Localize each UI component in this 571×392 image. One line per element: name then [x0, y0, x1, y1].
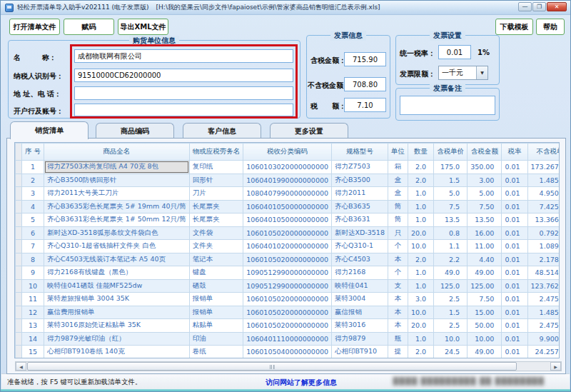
table-cell[interactable]: 筒	[388, 200, 408, 213]
table-cell[interactable]: 6	[22, 226, 44, 240]
table-cell[interactable]: 齐心B3635彩色长尾票夹 5# 19mm 40只/筒	[44, 200, 190, 213]
table-cell[interactable]: 2.0	[408, 161, 433, 174]
row-selector[interactable]	[16, 187, 22, 201]
table-cell[interactable]: 齐心C4503无线装订本笔记本 A5 40页	[44, 253, 190, 266]
table-row[interactable]: 11莱特差旅报销单 3004 35K报销单1060105020000000000…	[16, 293, 560, 306]
table-cell[interactable]: 报销单	[189, 293, 243, 306]
table-cell[interactable]: 0.8	[434, 226, 468, 240]
table-cell[interactable]: 1060105020000000000	[243, 293, 332, 306]
table-cell[interactable]: 1.0	[408, 213, 433, 227]
table-cell[interactable]: 7.5	[434, 200, 468, 213]
tab-sales-list[interactable]: 销货清单	[10, 121, 89, 139]
table-cell[interactable]: 10.0	[408, 240, 433, 253]
table-cell[interactable]: 赢信报销	[332, 306, 388, 319]
table-cell[interactable]: 7.50	[468, 293, 502, 306]
table-cell[interactable]: 1060401990000000000	[243, 174, 332, 187]
table-cell[interactable]: 0.01	[502, 253, 527, 266]
table-cell[interactable]: 0.792079	[527, 226, 560, 240]
table-cell[interactable]: 1090512990000000000	[243, 279, 332, 293]
table-cell[interactable]: 10	[22, 279, 44, 293]
table-cell[interactable]: 5.0	[434, 187, 468, 201]
address-phone-input[interactable]	[74, 86, 293, 100]
table-cell[interactable]: 得力2168	[332, 266, 388, 280]
table-cell[interactable]: 得力2011	[332, 187, 388, 201]
table-cell[interactable]: 173.267327	[527, 161, 560, 174]
website-link[interactable]: 访问网站了解更多信息	[237, 378, 365, 388]
table-cell[interactable]: 筒	[388, 213, 408, 227]
column-header[interactable]: 商品全名	[44, 144, 190, 161]
table-cell[interactable]: 1.0	[408, 266, 433, 280]
table-cell[interactable]: 本	[388, 319, 408, 333]
table-cell[interactable]: 1	[22, 161, 44, 174]
table-cell[interactable]: 0.01	[502, 332, 527, 346]
table-cell[interactable]: 1.0	[408, 279, 433, 293]
scroll-right-icon[interactable]: ▶	[550, 362, 561, 371]
row-selector[interactable]	[16, 174, 22, 187]
table-cell[interactable]: 莱特差旅报销单 3004 35K	[44, 293, 190, 306]
table-cell[interactable]: 10.0	[434, 332, 468, 346]
table-cell[interactable]: 齐心B3631	[332, 213, 388, 227]
help-button[interactable]: 帮助	[536, 19, 565, 35]
row-selector-header[interactable]	[16, 144, 22, 161]
table-cell[interactable]: 12	[22, 306, 44, 319]
table-cell[interactable]: 11.00	[468, 240, 502, 253]
row-selector[interactable]	[16, 293, 22, 306]
table-cell[interactable]: 1060105020000000000	[243, 253, 332, 266]
table-cell[interactable]: 2.0	[408, 253, 433, 266]
close-button[interactable]: ✕	[547, 2, 567, 11]
table-cell[interactable]: 长尾票夹	[189, 213, 243, 227]
table-cell[interactable]: 2.0	[408, 174, 433, 187]
table-cell[interactable]: 1060105020000000000	[243, 226, 332, 240]
table-cell[interactable]: 10.0	[408, 306, 433, 319]
invoice-limit-select[interactable]: 一千元 ▼	[438, 66, 488, 80]
name-input[interactable]	[74, 49, 293, 63]
scrollbar-thumb[interactable]	[27, 362, 517, 371]
table-cell[interactable]: 印油	[189, 332, 243, 346]
table-cell[interactable]: 8	[22, 253, 44, 266]
table-cell[interactable]: 得力Z7503	[332, 161, 388, 174]
column-header[interactable]: 含税单价	[434, 144, 468, 161]
table-cell[interactable]: 齐心C4503	[332, 253, 388, 266]
table-cell[interactable]: 齐心B3500	[332, 174, 388, 187]
download-template-button[interactable]: 下载模板	[495, 19, 533, 35]
table-cell[interactable]: 0.01	[502, 306, 527, 319]
tax-included-input[interactable]	[344, 52, 386, 66]
table-cell[interactable]: 13.50	[468, 213, 502, 227]
column-header[interactable]: 税收分类编码	[243, 144, 332, 161]
table-cell[interactable]: 文件夹	[189, 240, 243, 253]
table-cell[interactable]: 本	[388, 306, 408, 319]
table-cell[interactable]: 莱特3016原始凭证粘贴单 35K	[44, 319, 190, 333]
table-cell[interactable]: 13	[22, 319, 44, 333]
table-cell[interactable]: 心相印BT910	[332, 346, 388, 359]
table-cell[interactable]: 回形针	[189, 174, 243, 187]
table-cell[interactable]: 4.950495	[527, 187, 560, 201]
open-list-file-button[interactable]: 打开清单文件	[9, 19, 60, 35]
table-cell[interactable]: 20.0	[408, 319, 433, 333]
table-cell[interactable]: 2.5	[434, 293, 468, 306]
table-cell[interactable]: 1.0	[408, 332, 433, 346]
table-cell[interactable]: 0.01	[502, 293, 527, 306]
table-cell[interactable]: 支	[388, 279, 408, 293]
assign-code-button[interactable]: 赋码	[64, 19, 114, 35]
table-cell[interactable]: 1080407990000000000	[243, 187, 332, 201]
table-cell[interactable]: 长尾票夹	[189, 200, 243, 213]
table-cell[interactable]: 2	[22, 174, 44, 187]
table-cell[interactable]: 1060401020000000000	[243, 240, 332, 253]
tab-more-settings[interactable]: 更多设置	[270, 123, 348, 139]
tab-product-codes[interactable]: 商品编码	[96, 123, 174, 139]
column-header[interactable]: 序 号	[22, 144, 44, 161]
table-cell[interactable]: 粘贴单	[189, 319, 243, 333]
table-cell[interactable]: 报销单	[189, 306, 243, 319]
table-cell[interactable]: 4	[22, 200, 44, 213]
column-header[interactable]: 数量	[408, 144, 433, 161]
table-cell[interactable]: 0.01	[502, 279, 527, 293]
table-cell[interactable]: 得力Z7503木尚复印纸 A4 70克 8包	[44, 161, 190, 174]
table-cell[interactable]: 盒	[388, 187, 408, 201]
table-cell[interactable]: 1090512990000000000	[243, 266, 332, 280]
table-cell[interactable]: 莱特3004	[332, 293, 388, 306]
table-cell[interactable]: 11	[22, 293, 44, 306]
table-cell[interactable]: 13.5	[434, 213, 468, 227]
table-row[interactable]: 3得力2011大号美工刀片刀片1080407990000000000得力2011…	[16, 187, 560, 201]
row-selector[interactable]	[16, 319, 22, 333]
table-cell[interactable]: 只	[388, 226, 408, 240]
